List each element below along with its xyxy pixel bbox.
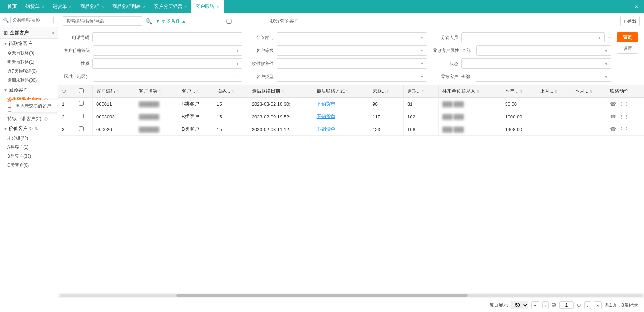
sidebar-item-overdue-contact[interactable]: 逾期未联络(30) [0, 76, 58, 85]
sort-icon[interactable]: ⇅ [387, 89, 390, 93]
last-page-button[interactable]: » [594, 301, 601, 309]
close-icon[interactable]: × [69, 4, 71, 9]
row-last-method[interactable]: 下销货单 [313, 98, 369, 110]
collapse-icon[interactable]: « [52, 31, 54, 35]
more-actions-icon[interactable]: ⋮⋮ [619, 101, 629, 107]
filter-customer-level-select[interactable]: ▼ [277, 45, 427, 56]
tab-customer-contact[interactable]: 客户联络 × [191, 0, 223, 13]
sort-icon[interactable]: ⇅ [589, 89, 592, 93]
tab-product-analysis[interactable]: 商品分析 × [76, 0, 108, 13]
filter-customer-type-select[interactable]: ▼ [277, 72, 427, 82]
contact-icon[interactable]: ☎ [610, 126, 616, 132]
scrollbar-thumb[interactable] [176, 294, 468, 297]
close-icon[interactable]: × [143, 4, 145, 9]
search-button[interactable]: 🔍 [145, 18, 153, 25]
filter-status: 状态 ▼ [433, 58, 611, 69]
sort-icon[interactable]: ⇅ [519, 89, 522, 93]
close-icon[interactable]: × [217, 4, 219, 9]
row-checkbox[interactable] [75, 110, 93, 123]
all-customers-header[interactable]: ⊞ 全部客户 « [0, 27, 58, 39]
first-page-button[interactable]: « [531, 301, 539, 309]
last-method-link[interactable]: 下销货单 [317, 114, 335, 119]
sort-icon[interactable]: ⇅ [281, 89, 284, 93]
sidebar-item-declining[interactable]: 持续下滑客户(2) ⓘ [0, 114, 58, 123]
close-icon[interactable]: × [185, 4, 187, 9]
tab-sales-order[interactable]: 销货单 × [21, 0, 48, 13]
row-last-method[interactable]: 下销货单 [313, 110, 369, 123]
last-method-link[interactable]: 下销货单 [317, 126, 335, 132]
export-button[interactable]: ↑ 导出 [620, 16, 640, 26]
select-all-checkbox[interactable] [79, 88, 84, 93]
sidebar-group-review[interactable]: ▼ 回顾客户 [0, 85, 58, 95]
sort-icon[interactable]: ⇅ [196, 89, 199, 93]
prev-page-button[interactable]: ‹ [542, 301, 549, 309]
my-customer-checkbox-input[interactable] [189, 19, 269, 24]
sort-icon[interactable]: ⇅ [116, 89, 119, 93]
filter-nature-select[interactable]: ▼ [92, 58, 242, 69]
filter-retail-attr-select[interactable]: ▼ [476, 45, 611, 56]
table-row: 2 00030031 ██████ B类客户 15 2023-02-09 19:… [58, 110, 644, 123]
sort-icon[interactable]: ⇅ [476, 89, 479, 93]
my-customer-checkbox[interactable]: 我分管的客户 [189, 18, 299, 24]
next-page-button[interactable]: › [584, 301, 591, 309]
window-close-icon[interactable]: × [632, 3, 641, 10]
tab-home[interactable]: 首页 [3, 0, 21, 13]
checkbox-col-header[interactable] [75, 85, 93, 98]
row-checkbox[interactable] [75, 123, 93, 136]
row-this-year: 1408.00 [501, 123, 536, 136]
filter-more-icon[interactable]: ··· [608, 35, 611, 40]
sidebar-group-value[interactable]: ▼ 价值客户 ↻ ✎ [0, 123, 58, 134]
sort-icon[interactable]: ⇅ [159, 89, 162, 93]
more-actions-icon[interactable]: ⋮⋮ [619, 114, 629, 119]
close-icon[interactable]: × [42, 4, 44, 9]
filter-more-icon[interactable]: ··· [236, 74, 239, 79]
sidebar-item-tomorrow-contact[interactable]: 明天待联络(1) [0, 58, 58, 67]
row-select-checkbox[interactable] [79, 114, 84, 118]
sidebar-item-b-class[interactable]: B类客户(33) [0, 152, 58, 161]
settings-col-header[interactable]: ⚙ [58, 85, 75, 98]
filter-retail-select[interactable]: ▼ [476, 72, 611, 82]
settings-icon[interactable]: ⚙ [62, 88, 67, 94]
sort-icon[interactable]: ⇅ [555, 89, 558, 93]
filter-region-select[interactable]: ··· [93, 72, 242, 82]
current-page-input[interactable] [559, 301, 574, 309]
filter-dept-select[interactable]: ▼ [277, 32, 427, 42]
filter-manager-select[interactable]: ▼ [461, 32, 605, 42]
last-method-link[interactable]: 下销货单 [317, 101, 335, 106]
sort-icon[interactable]: ⇅ [422, 89, 425, 93]
filter-phone-input[interactable] [92, 32, 242, 42]
sidebar-item-c-class[interactable]: C类客户(6) [0, 161, 58, 170]
tab-product-analysis-list[interactable]: 商品分析列表 × [108, 0, 149, 13]
sidebar-item-7day-contact[interactable]: 近7天待联络(0) [0, 67, 58, 76]
settings-button[interactable]: 设置 [617, 44, 638, 54]
row-checkbox[interactable] [75, 98, 93, 110]
search-input[interactable] [63, 16, 142, 26]
row-select-checkbox[interactable] [79, 101, 84, 106]
tab-customer-tier[interactable]: 客户分层经营 × [150, 0, 191, 13]
row-last-month [536, 110, 571, 123]
sort-icon[interactable]: ⇅ [231, 89, 234, 93]
contact-icon[interactable]: ☎ [610, 101, 616, 107]
query-button[interactable]: 查询 [617, 32, 638, 42]
close-icon[interactable]: × [101, 4, 104, 9]
row-last-method[interactable]: 下销货单 [313, 123, 369, 136]
row-select-checkbox[interactable] [79, 126, 84, 131]
contact-icon[interactable]: ☎ [610, 114, 616, 119]
tab-purchase-order[interactable]: 进货单 × [48, 0, 76, 13]
sidebar-search-input[interactable] [10, 16, 54, 24]
sidebar-item-a-class[interactable]: A类客户(1) [0, 143, 58, 152]
sidebar-group-pending[interactable]: ▼ 待联络客户 [0, 39, 58, 49]
sidebar-item-ungrouped[interactable]: 未分组(32) [0, 134, 58, 143]
filter-price-level-select[interactable]: ▼ [93, 45, 242, 56]
filter-status-select[interactable]: ▼ [461, 58, 611, 69]
filter-payment-select[interactable]: ▼ [277, 58, 427, 69]
sidebar-item-today-contact[interactable]: 今天待联络(0) [0, 49, 58, 58]
more-actions-icon[interactable]: ⋮⋮ [619, 126, 629, 132]
sort-icon[interactable]: ⇅ [346, 89, 349, 93]
horizontal-scrollbar[interactable] [58, 293, 644, 298]
page-size-select[interactable]: 50 [511, 301, 528, 309]
scrollbar-track[interactable] [60, 294, 643, 297]
edit-icon[interactable]: ✎ [35, 126, 39, 131]
more-filters-button[interactable]: ▼ 更多条件 ▲ [156, 18, 186, 24]
refresh-icon[interactable]: ↻ [29, 126, 33, 131]
